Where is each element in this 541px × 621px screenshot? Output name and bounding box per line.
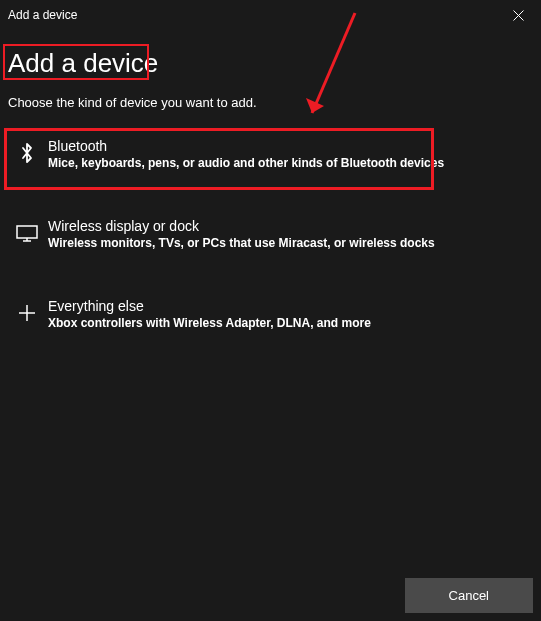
svg-rect-2	[17, 226, 37, 238]
option-desc: Mice, keyboards, pens, or audio and othe…	[48, 156, 525, 170]
option-everything-else[interactable]: Everything else Xbox controllers with Wi…	[8, 288, 533, 340]
option-title: Wireless display or dock	[48, 218, 525, 234]
cancel-button[interactable]: Cancel	[405, 578, 533, 613]
option-desc: Wireless monitors, TVs, or PCs that use …	[48, 236, 525, 250]
plus-icon	[16, 302, 38, 324]
page-title: Add a device	[8, 44, 164, 85]
option-title: Everything else	[48, 298, 525, 314]
option-desc: Xbox controllers with Wireless Adapter, …	[48, 316, 525, 330]
option-bluetooth[interactable]: Bluetooth Mice, keyboards, pens, or audi…	[8, 128, 533, 180]
close-button[interactable]	[503, 0, 533, 30]
option-wireless-display[interactable]: Wireless display or dock Wireless monito…	[8, 208, 533, 260]
close-icon	[513, 10, 524, 21]
option-text: Bluetooth Mice, keyboards, pens, or audi…	[48, 138, 525, 170]
option-text: Wireless display or dock Wireless monito…	[48, 218, 525, 250]
page-subhead: Choose the kind of device you want to ad…	[8, 95, 533, 110]
option-title: Bluetooth	[48, 138, 525, 154]
option-text: Everything else Xbox controllers with Wi…	[48, 298, 525, 330]
titlebar: Add a device	[0, 0, 541, 30]
window-title: Add a device	[8, 8, 503, 22]
bluetooth-icon	[16, 142, 38, 164]
monitor-icon	[16, 222, 38, 244]
dialog-content: Add a device Choose the kind of device y…	[0, 30, 541, 376]
dialog-footer: Cancel	[405, 578, 533, 613]
